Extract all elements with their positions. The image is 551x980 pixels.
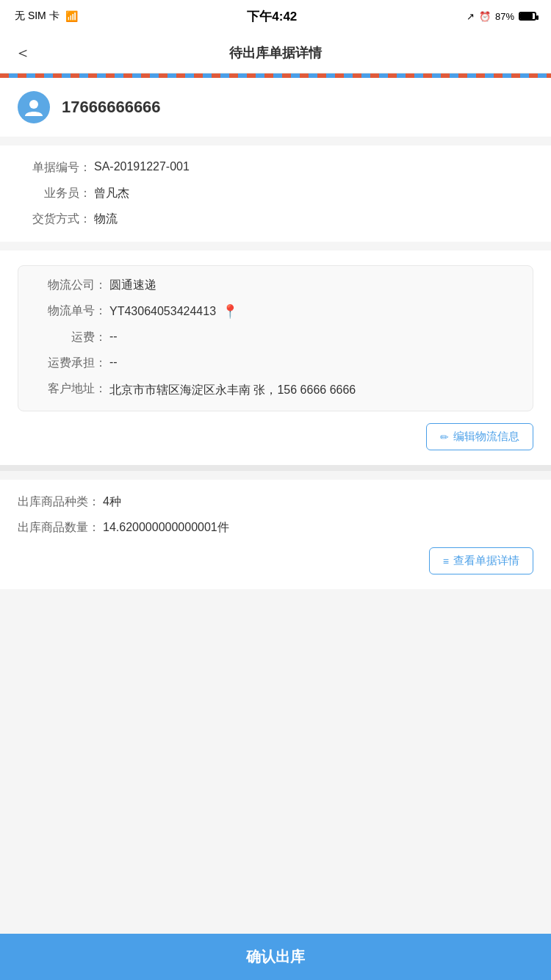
wifi-icon: 📶 (65, 10, 78, 22)
document-row: 单据编号： SA-20191227-001 (18, 160, 533, 176)
types-value: 4种 (103, 494, 533, 510)
tracking-number: YT43064053424413 (109, 305, 216, 318)
tracking-label: 物流单号： (33, 303, 107, 319)
confirm-bar[interactable]: 确认出库 (0, 934, 551, 980)
user-header: 17666666666 (0, 78, 551, 137)
nav-bar: ＜ 待出库单据详情 (0, 32, 551, 73)
alarm-icon: ⏰ (479, 11, 491, 22)
tracking-value: YT43064053424413 📍 (109, 303, 518, 320)
status-bar: 无 SIM 卡 📶 下午4:42 ↗ ⏰ 87% (0, 0, 551, 32)
types-label: 出库商品种类： (18, 494, 100, 510)
salesman-label: 业务员： (18, 186, 91, 201)
outbound-section: 出库商品种类： 4种 出库商品数量： 14.620000000000001件 ≡… (0, 480, 551, 589)
section-separator (0, 465, 551, 471)
back-button[interactable]: ＜ (15, 42, 31, 64)
page-title: 待出库单据详情 (229, 44, 322, 62)
company-value: 圆通速递 (109, 278, 518, 293)
tracking-row: 物流单号： YT43064053424413 📍 (33, 303, 518, 320)
types-row: 出库商品种类： 4种 (18, 494, 533, 510)
salesman-value: 曾凡杰 (94, 186, 533, 201)
detail-icon: ≡ (443, 555, 449, 567)
quantity-row: 出库商品数量： 14.620000000000001件 (18, 520, 533, 536)
freight-bear-row: 运费承担： -- (33, 356, 518, 371)
freight-bear-value: -- (109, 356, 518, 369)
delivery-value: 物流 (94, 212, 533, 227)
logistics-card: 物流公司： 圆通速递 物流单号： YT43064053424413 📍 运费： … (18, 265, 533, 411)
edit-logistics-button[interactable]: ✏ 编辑物流信息 (426, 423, 533, 450)
view-detail-row: ≡ 查看单据详情 (18, 547, 533, 574)
quantity-value: 14.620000000000001件 (103, 520, 533, 536)
basic-info-section: 单据编号： SA-20191227-001 业务员： 曾凡杰 交货方式： 物流 (0, 145, 551, 242)
document-value: SA-20191227-001 (94, 160, 533, 173)
address-value: 北京市市辖区海淀区永丰南 张，156 6666 6666 (109, 381, 518, 399)
view-detail-button[interactable]: ≡ 查看单据详情 (429, 547, 533, 574)
status-right: ↗ ⏰ 87% (467, 11, 536, 22)
freight-bear-label: 运费承担： (33, 356, 107, 371)
edit-logistics-label: 编辑物流信息 (453, 430, 519, 444)
company-label: 物流公司： (33, 278, 107, 293)
salesman-row: 业务员： 曾凡杰 (18, 186, 533, 201)
edit-logistics-row: ✏ 编辑物流信息 (18, 423, 533, 450)
battery-icon (519, 12, 536, 21)
freight-label: 运费： (33, 330, 107, 345)
status-time: 下午4:42 (247, 8, 297, 25)
edit-icon: ✏ (440, 431, 449, 443)
address-row: 客户地址： 北京市市辖区海淀区永丰南 张，156 6666 6666 (33, 381, 518, 399)
quantity-label: 出库商品数量： (18, 520, 100, 536)
battery-percent: 87% (495, 11, 514, 22)
user-phone: 17666666666 (62, 98, 161, 117)
freight-value: -- (109, 330, 518, 343)
carrier-label: 无 SIM 卡 (15, 10, 60, 23)
location-icon: ↗ (467, 11, 475, 22)
freight-row: 运费： -- (33, 330, 518, 345)
address-label: 客户地址： (33, 381, 107, 397)
delivery-row: 交货方式： 物流 (18, 212, 533, 227)
bottom-pad (0, 589, 551, 648)
tracking-location-icon[interactable]: 📍 (222, 303, 238, 320)
avatar (18, 91, 50, 123)
logistics-section: 物流公司： 圆通速递 物流单号： YT43064053424413 📍 运费： … (0, 251, 551, 465)
company-row: 物流公司： 圆通速递 (33, 278, 518, 293)
status-left: 无 SIM 卡 📶 (15, 10, 78, 23)
confirm-button-label: 确认出库 (246, 948, 305, 965)
document-label: 单据编号： (18, 160, 91, 176)
delivery-label: 交货方式： (18, 212, 91, 227)
svg-point-0 (29, 100, 38, 109)
view-detail-label: 查看单据详情 (453, 554, 519, 568)
